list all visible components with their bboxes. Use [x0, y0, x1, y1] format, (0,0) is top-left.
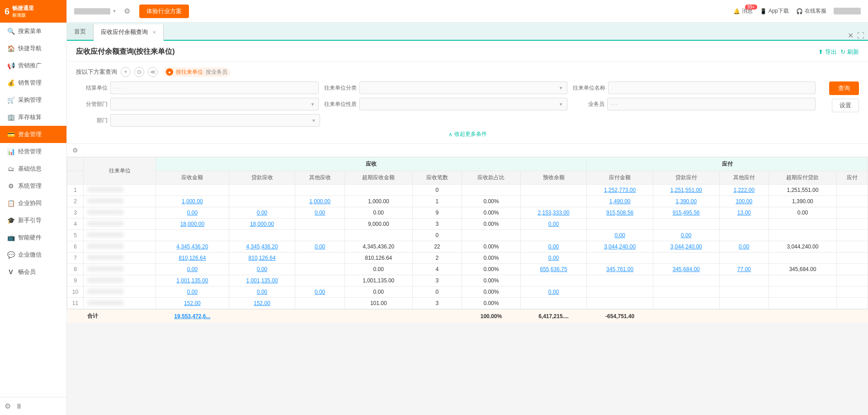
filter-collapse-btn[interactable]: ≪ — [148, 67, 158, 77]
sidebar-item-nav[interactable]: 🏠 快捷导航 — [0, 40, 66, 57]
cell-cq-yr: 810,126.64 — [344, 253, 412, 264]
cell-qt-yf — [719, 275, 769, 286]
filter-input-salesperson[interactable]: ··· — [607, 98, 816, 110]
query-button[interactable]: 查询 — [829, 81, 859, 95]
cell-yr-amount: 0.00 — [156, 286, 229, 298]
cell-dk-yr — [229, 185, 295, 196]
filter-input-settlement[interactable]: ··· — [110, 81, 319, 94]
cell-cq-yr: 9,000.00 — [344, 219, 412, 230]
cell-dk-yf — [653, 275, 719, 286]
cell-yf-amount — [587, 298, 653, 310]
home-icon: 🏠 — [7, 45, 14, 52]
message-btn[interactable]: 🔔 消息 99+ — [733, 7, 753, 15]
sidebar-item-member[interactable]: V 畅会员 — [0, 263, 66, 281]
setting-button[interactable]: 设置 — [832, 99, 859, 112]
cell-num: 1 — [67, 185, 84, 196]
table-settings-icon[interactable]: ⚙ — [72, 147, 78, 154]
cell-yf-amount — [587, 253, 653, 264]
settings-footer-icon[interactable]: ⚙ — [5, 402, 11, 410]
cell-yushou: 655,636.75 — [520, 264, 587, 275]
cell-yf — [836, 298, 868, 310]
sidebar-item-system[interactable]: ⚙ 系统管理 — [0, 177, 66, 195]
sidebar-item-inventory[interactable]: 🏢 库存核算 — [0, 109, 66, 126]
sidebar-item-marketing[interactable]: 📢 营销推广 — [0, 57, 66, 74]
cell-yushou: 0.00 — [520, 219, 587, 230]
th-yf-amount: 应付金额 — [587, 171, 653, 185]
chevron-down-icon: ▼ — [559, 86, 563, 91]
cell-yf-amount — [587, 286, 653, 298]
filter-add-btn[interactable]: + — [121, 67, 131, 77]
cell-yushou — [520, 196, 587, 207]
tab-home[interactable]: 首页 — [67, 24, 94, 40]
filter-input-department[interactable]: ▼ — [110, 114, 320, 127]
cell-partner — [84, 253, 156, 264]
filter-input-partner-name[interactable] — [608, 81, 816, 94]
cell-dk-yr: 810,126.64 — [229, 253, 295, 264]
cell-qt-yf — [719, 286, 769, 298]
fullscreen-icon[interactable]: ⛶ — [857, 32, 864, 40]
sidebar-item-sales[interactable]: 💰 销售管理 — [0, 74, 66, 91]
cell-num: 6 — [67, 241, 84, 253]
app-download-btn[interactable]: 📱 App下载 — [760, 7, 789, 15]
filter-collapse-toggle[interactable]: ∧ 收起更多条件 — [76, 130, 859, 138]
cell-yr-amount: 152.00 — [156, 298, 229, 310]
footer-qt-yf — [719, 309, 769, 323]
cell-qt-yr: 0.00 — [295, 241, 344, 253]
sidebar-item-wechat[interactable]: 💬 企业微信 — [0, 246, 66, 263]
tab-receivables[interactable]: 应收应付余额查询 ✕ — [94, 24, 164, 41]
filter-input-dept[interactable]: ▼ — [110, 98, 319, 110]
cell-count: 3 — [412, 298, 462, 310]
cell-dk-yr: 1,001,135.00 — [229, 275, 295, 286]
sidebar-item-hardware[interactable]: 📺 智能硬件 — [0, 229, 66, 246]
filter-settings-btn[interactable]: ⊙ — [134, 67, 144, 77]
sidebar-item-label: 企业协同 — [18, 199, 42, 207]
table-row: 9 1,001,135.00 1,001,135.00 1,001,135.00… — [67, 275, 868, 286]
filter-view-selector[interactable]: ● 按往来单位 按业务员 — [163, 67, 230, 77]
cell-ratio: 0.00% — [462, 207, 521, 219]
sidebar-item-label: 营销推广 — [18, 62, 42, 70]
cell-qt-yr — [295, 219, 344, 230]
filter-input-partner-nature[interactable]: ▼ — [359, 98, 567, 110]
sidebar-item-collab[interactable]: 📋 企业协同 — [0, 195, 66, 212]
tab-close-icon[interactable]: ✕ — [152, 30, 156, 35]
filter-field-department: 部门 ▼ — [76, 114, 320, 127]
footer-ratio: 100.00% — [462, 309, 521, 323]
cell-dk-yf — [653, 219, 719, 230]
cell-yushou: 0.00 — [520, 253, 587, 264]
cell-yf-amount: 0.00 — [587, 230, 653, 241]
table-row: 11 152.00 152.00 101.00 3 0.00% — [67, 298, 868, 310]
cell-num: 5 — [67, 230, 84, 241]
cell-yr-amount: 0.00 — [156, 264, 229, 275]
filter-label: 按以下方案查询 — [76, 68, 117, 76]
sidebar-item-label: 企业微信 — [18, 251, 42, 259]
cell-cq-yr: 0.00 — [344, 286, 412, 298]
table-row: 1 0 1,252,773.00 1,251,551.00 1,222.00 1… — [67, 185, 868, 196]
table-scroll-area: 往来单位 应收 应付 应收金额 贷款应收 其他应收 超期应收金额 应收笔数 应收… — [67, 157, 868, 323]
filter-label-partner-nature: 往来单位性质 — [324, 100, 357, 108]
footer-yf-amount: -654,751.40 — [587, 309, 653, 323]
promo-button[interactable]: 体验行业方案 — [139, 5, 189, 18]
filter-input-partner-type[interactable]: ▼ — [359, 81, 567, 94]
cell-dk-yf: 0.00 — [653, 230, 719, 241]
collapse-sidebar-icon[interactable]: ⏸ — [15, 402, 23, 410]
sidebar-item-purchase[interactable]: 🛒 采购管理 — [0, 91, 66, 109]
sidebar-item-finance[interactable]: 💳 资金管理 — [0, 126, 66, 143]
sidebar-item-guide[interactable]: 🎓 新手引导 — [0, 212, 66, 229]
close-all-icon[interactable]: ✕ — [848, 31, 854, 40]
cell-count: 4 — [412, 264, 462, 275]
cell-dk-yr — [229, 230, 295, 241]
chevron-down-icon-2: ▼ — [310, 102, 315, 107]
sidebar-item-search[interactable]: 🔍 搜索菜单 — [0, 23, 66, 40]
cell-qt-yr — [295, 275, 344, 286]
service-btn[interactable]: 🎧 在线客服 — [796, 7, 826, 15]
export-button[interactable]: ⬆ 导出 — [818, 48, 837, 56]
sidebar-item-operation[interactable]: 📊 经营管理 — [0, 143, 66, 160]
refresh-button[interactable]: ↻ 刷新 — [840, 48, 859, 56]
topbar-right: 🔔 消息 99+ 📱 App下载 🎧 在线客服 — [733, 7, 861, 15]
footer-count — [412, 309, 462, 323]
sidebar-item-basic[interactable]: 🗂 基础信息 — [0, 160, 66, 177]
cell-cq-yr — [344, 185, 412, 196]
topbar-gear-icon[interactable]: ⚙ — [124, 7, 130, 15]
table-footer-row: 合计 19,553,472,6... 100.00% 6,417,215....… — [67, 309, 868, 323]
filter-label-partner-name: 往来单位名称 — [573, 84, 605, 92]
